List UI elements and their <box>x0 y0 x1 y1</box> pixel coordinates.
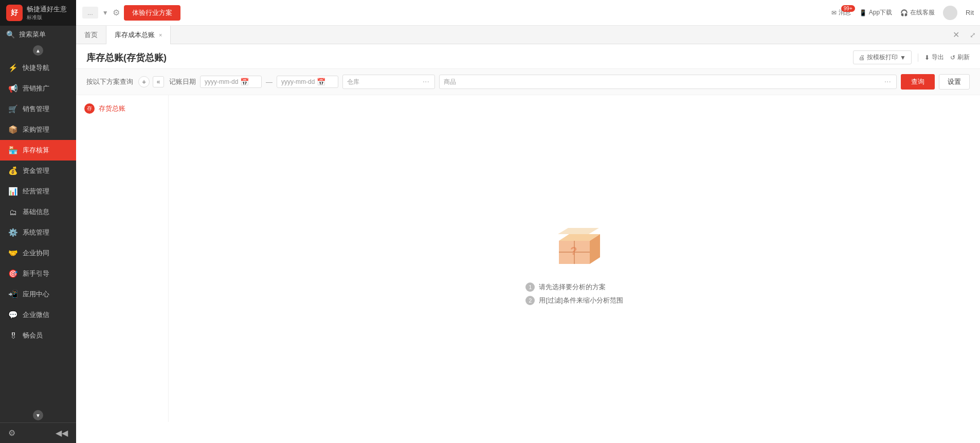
filter-collapse-button[interactable]: « <box>153 76 164 87</box>
page-header: 库存总账(存货总账) 🖨 按模板打印 ▼ ⬇ 导出 ↺ 刷新 <box>76 44 980 69</box>
sidebar-item-operation[interactable]: 📊 经营管理 <box>0 181 76 202</box>
sidebar-item-sales[interactable]: 🛒 销售管理 <box>0 99 76 119</box>
online-service-button[interactable]: 🎧 在线客服 <box>900 8 935 17</box>
goods-more-icon[interactable]: ··· <box>883 77 892 86</box>
sidebar-item-finance[interactable]: 💰 资金管理 <box>0 161 76 181</box>
date-start-input[interactable]: yyyy-mm-dd 📅 <box>200 76 262 88</box>
sidebar-item-label: 快捷导航 <box>23 63 49 73</box>
app-download-button[interactable]: 📱 App下载 <box>859 8 892 17</box>
divider <box>918 54 918 62</box>
tab-inventory-cost[interactable]: 库存成本总账 × <box>106 26 171 44</box>
content-with-scheme: 存 存货总账 <box>76 95 980 422</box>
sidebar-item-marketing[interactable]: 📢 营销推广 <box>0 78 76 99</box>
print-dropdown-icon[interactable]: ▼ <box>900 54 906 61</box>
tab-home[interactable]: 首页 <box>76 26 106 44</box>
tip-text-1: 请先选择要分析的方案 <box>539 282 606 292</box>
scroll-up-btn[interactable]: ▲ <box>33 45 43 56</box>
sidebar-item-label: 采购管理 <box>23 125 49 134</box>
system-icon: ⚙️ <box>8 228 17 237</box>
phone-icon: 📱 <box>859 9 867 16</box>
empty-tips: 1 请先选择要分析的方案 2 用[过滤]条件来缩小分析范围 <box>525 282 623 305</box>
empty-tip-2: 2 用[过滤]条件来缩小分析范围 <box>525 296 623 305</box>
operation-icon: 📊 <box>8 187 17 196</box>
sidebar-item-label: 企业协同 <box>23 249 49 258</box>
filter-label: 按以下方案查询 <box>86 77 133 86</box>
tab-close-icon[interactable]: × <box>159 32 162 38</box>
settings-button[interactable]: 设置 <box>939 74 970 90</box>
export-button[interactable]: ⬇ 导出 <box>924 53 944 62</box>
sidebar: 好 畅捷通好生意 标准版 🔍 搜索菜单 ▲ ⚡ 快捷导航 📢 营销推广 🛒 销售… <box>0 0 76 443</box>
print-icon: 🖨 <box>859 54 865 61</box>
sidebar-item-enterprise[interactable]: 🤝 企业协同 <box>0 243 76 263</box>
member-icon: 🎖 <box>8 331 17 340</box>
industry-button[interactable]: 体验行业方案 <box>124 5 180 21</box>
date-end-placeholder: yyyy-mm-dd <box>281 78 315 85</box>
calendar-end-icon[interactable]: 📅 <box>317 78 325 86</box>
calendar-start-icon[interactable]: 📅 <box>240 78 249 86</box>
tab-panel-close-button[interactable]: ✕ <box>947 30 966 40</box>
export-label: 导出 <box>932 53 944 62</box>
filter-bar: 按以下方案查询 + « 记账日期 yyyy-mm-dd 📅 — yyyy-mm-… <box>76 69 980 95</box>
sidebar-item-quick-nav[interactable]: ⚡ 快捷导航 <box>0 58 76 78</box>
quick-nav-icon: ⚡ <box>8 63 17 73</box>
topbar-gear-icon[interactable]: ⚙ <box>113 8 120 17</box>
warehouse-placeholder: 仓库 <box>347 78 359 86</box>
refresh-icon: ↺ <box>950 54 955 61</box>
page-header-actions: 🖨 按模板打印 ▼ ⬇ 导出 ↺ 刷新 <box>853 50 970 64</box>
tab-expand-icon[interactable]: ⤢ <box>966 31 980 39</box>
export-icon: ⬇ <box>924 54 930 61</box>
warehouse-filter[interactable]: 仓库 ··· <box>342 75 435 89</box>
app-download-label: App下载 <box>869 8 892 17</box>
filter-inputs: 记账日期 yyyy-mm-dd 📅 — yyyy-mm-dd 📅 仓库 ··· … <box>169 74 970 90</box>
empty-illustration: ? <box>543 212 605 274</box>
guide-icon: 🎯 <box>8 269 17 278</box>
sidebar-item-purchase[interactable]: 📦 采购管理 <box>0 119 76 140</box>
user-name: Rit <box>966 9 974 16</box>
settings-bottom-icon[interactable]: ⚙ <box>8 428 15 438</box>
print-button[interactable]: 🖨 按模板打印 ▼ <box>853 50 912 64</box>
collapse-icon[interactable]: ◀◀ <box>56 428 68 438</box>
sidebar-item-label: 应用中心 <box>23 290 49 299</box>
sidebar-item-label: 资金管理 <box>23 166 49 175</box>
logo-sub-text: 标准版 <box>27 14 67 21</box>
sidebar-item-label: 营销推广 <box>23 84 49 93</box>
date-end-input[interactable]: yyyy-mm-dd 📅 <box>277 76 338 88</box>
basic-icon: 🗂 <box>8 207 17 217</box>
sidebar-item-member[interactable]: 🎖 畅会员 <box>0 325 76 346</box>
tab-inventory-label: 库存成本总账 <box>115 30 155 40</box>
filter-add-button[interactable]: + <box>138 76 150 87</box>
breadcrumb-dropdown-icon[interactable]: ▼ <box>102 9 108 16</box>
sidebar-item-basic[interactable]: 🗂 基础信息 <box>0 202 76 222</box>
scheme-icon: 存 <box>84 103 95 114</box>
sidebar-item-inventory[interactable]: 🏪 库存核算 <box>0 140 76 161</box>
query-button[interactable]: 查询 <box>901 74 935 90</box>
refresh-button[interactable]: ↺ 刷新 <box>950 53 970 62</box>
sidebar-item-label: 销售管理 <box>23 104 49 114</box>
message-button[interactable]: ✉ 消息 99+ <box>831 8 851 17</box>
scheme-label: 存货总账 <box>99 104 125 113</box>
sidebar-item-system[interactable]: ⚙️ 系统管理 <box>0 222 76 243</box>
tab-home-label: 首页 <box>84 30 98 40</box>
date-separator: — <box>266 78 273 86</box>
warehouse-more-icon[interactable]: ··· <box>422 77 430 86</box>
sidebar-search[interactable]: 🔍 搜索菜单 <box>0 26 76 43</box>
marketing-icon: 📢 <box>8 84 17 93</box>
page-content: 库存总账(存货总账) 🖨 按模板打印 ▼ ⬇ 导出 ↺ 刷新 <box>76 44 980 443</box>
scroll-up-arrow[interactable]: ▲ <box>0 43 76 58</box>
sidebar-menu: ⚡ 快捷导航 📢 营销推广 🛒 销售管理 📦 采购管理 🏪 库存核算 💰 资金管… <box>0 58 76 408</box>
scheme-item-stock-ledger[interactable]: 存 存货总账 <box>76 99 168 118</box>
purchase-icon: 📦 <box>8 125 17 134</box>
online-service-label: 在线客服 <box>910 8 935 17</box>
sidebar-bottom: ⚙ ◀◀ <box>0 422 76 443</box>
goods-filter[interactable]: 商品 ··· <box>439 75 897 89</box>
scroll-down-arrow[interactable]: ▼ <box>0 408 76 422</box>
sidebar-item-app-center[interactable]: 📲 应用中心 <box>0 284 76 305</box>
breadcrumb: ... <box>82 7 98 19</box>
sidebar-item-guide[interactable]: 🎯 新手引导 <box>0 263 76 284</box>
user-avatar[interactable] <box>943 6 957 20</box>
search-label: 搜索菜单 <box>19 30 46 39</box>
sidebar-item-wechat[interactable]: 💬 企业微信 <box>0 305 76 325</box>
finance-icon: 💰 <box>8 166 17 175</box>
message-badge: 99+ <box>841 5 855 12</box>
scroll-down-btn[interactable]: ▼ <box>33 410 43 420</box>
